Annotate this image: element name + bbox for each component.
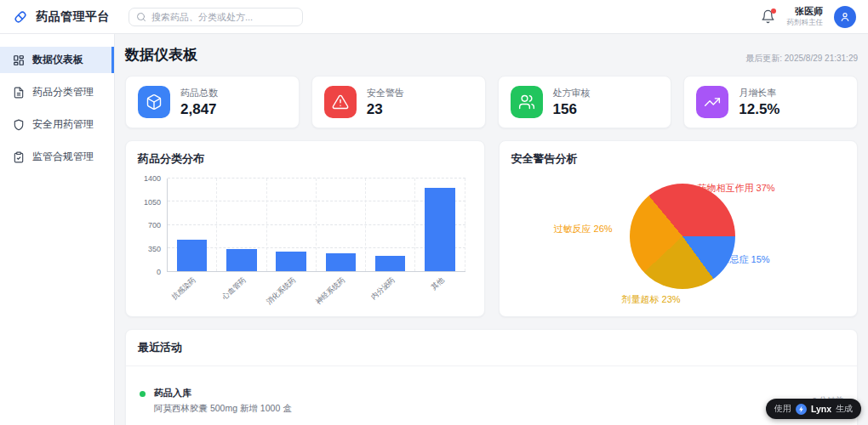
alert-triangle-icon xyxy=(324,86,357,118)
bar xyxy=(226,249,256,271)
badge-prefix: 使用 xyxy=(774,403,791,415)
bar-y-axis: 035070010501400 xyxy=(138,178,167,272)
clipboard-check-icon xyxy=(13,151,25,163)
chart-title: 药品分类分布 xyxy=(138,151,472,167)
stats-row: 药品总数 2,847 安全警告 23 xyxy=(125,76,858,128)
activity-item-desc: 阿莫西林胶囊 500mg 新增 1000 盒 xyxy=(154,403,292,415)
package-icon xyxy=(138,86,170,118)
search-icon xyxy=(136,12,146,22)
user-name: 张医师 xyxy=(787,6,824,18)
y-tick-label: 700 xyxy=(148,221,161,230)
activity-card: 最近活动 药品入库 阿莫西林胶囊 500mg 新增 1000 盒 2 分钟前 安… xyxy=(125,329,858,425)
notification-bell-button[interactable] xyxy=(761,9,776,25)
stat-value: 2,847 xyxy=(180,101,218,118)
bar xyxy=(326,253,356,271)
pie-slice-label: 药物相互作用 37% xyxy=(698,182,775,195)
stat-card-total-drugs: 药品总数 2,847 xyxy=(125,76,300,128)
bar-column xyxy=(366,178,415,271)
activity-dot xyxy=(140,391,146,397)
bar-chart: 035070010501400 xyxy=(138,178,472,272)
y-tick-label: 0 xyxy=(157,268,161,276)
sidebar-item-medication-safety[interactable]: 安全用药管理 xyxy=(0,111,114,138)
badge-suffix: 生成 xyxy=(836,403,853,415)
bar-column xyxy=(267,178,317,271)
sidebar-item-label: 安全用药管理 xyxy=(32,117,94,132)
y-tick-label: 1400 xyxy=(144,174,161,183)
pie-slice-label: 剂量超标 23% xyxy=(622,293,681,306)
stat-value: 156 xyxy=(553,101,591,118)
pie-slice-label: 禁忌症 15% xyxy=(721,253,770,266)
x-axis-label: 内分泌药 xyxy=(369,275,397,303)
sidebar-item-label: 药品分类管理 xyxy=(32,85,94,99)
search-box xyxy=(128,8,303,26)
x-axis-label: 心血管药 xyxy=(220,275,248,303)
search-input[interactable] xyxy=(151,12,295,22)
bar-x-labels: 抗感染药心血管药消化系统药神经系统药内分泌药其他 xyxy=(167,272,472,309)
main-content: 数据仪表板 最后更新: 2025/8/29 21:31:29 药品总数 2,84… xyxy=(115,34,868,425)
chart-card-drug-categories: 药品分类分布 035070010501400 抗感染药心血管药消化系统药神经系统… xyxy=(125,140,485,317)
capsule-logo-icon xyxy=(12,8,29,26)
stat-label: 安全警告 xyxy=(367,87,404,99)
app-header: 药品管理平台 张医师 药剂科主任 xyxy=(0,0,868,34)
y-tick-label: 1050 xyxy=(144,198,161,207)
x-axis-label: 其他 xyxy=(430,275,448,292)
stat-value: 12.5% xyxy=(739,101,779,118)
avatar-person-icon xyxy=(839,11,851,23)
chart-title: 安全警告分析 xyxy=(511,151,846,167)
bar-plot-area xyxy=(167,178,465,272)
stat-label: 月增长率 xyxy=(739,87,779,99)
user-info: 张医师 药剂科主任 xyxy=(787,6,824,26)
app-brand: 药品管理平台 xyxy=(12,8,110,26)
activity-item-title: 药品入库 xyxy=(154,387,292,400)
trend-up-icon xyxy=(696,86,728,118)
x-axis-label: 抗感染药 xyxy=(170,275,198,303)
y-tick-label: 350 xyxy=(148,245,161,253)
sidebar-item-label: 监管合规管理 xyxy=(32,150,94,164)
pie-slice-label: 过敏反应 26% xyxy=(554,223,613,235)
last-updated: 最后更新: 2025/8/29 21:31:29 xyxy=(745,53,858,65)
pie-chart xyxy=(630,184,735,289)
bar-column xyxy=(317,178,366,271)
badge-brand: Lynx xyxy=(811,404,831,414)
bar xyxy=(375,256,405,271)
bar-column xyxy=(415,178,465,271)
sidebar-item-drug-categories[interactable]: 药品分类管理 xyxy=(0,79,114,105)
x-axis-label: 神经系统药 xyxy=(314,275,348,307)
avatar[interactable] xyxy=(834,6,856,28)
bar xyxy=(425,188,454,271)
activity-title: 最近活动 xyxy=(126,330,857,366)
bar-column xyxy=(168,178,217,271)
users-icon xyxy=(511,86,543,118)
lynx-badge[interactable]: 使用 Lynx 生成 xyxy=(766,399,861,419)
chart-card-safety-analysis: 安全警告分析 禁忌症 15%剂量超标 23%过敏反应 26%药物相互作用 37% xyxy=(499,140,859,317)
dashboard-icon xyxy=(13,54,25,66)
document-icon xyxy=(13,87,25,99)
bar xyxy=(276,252,306,271)
shield-icon xyxy=(13,119,25,131)
sidebar-item-compliance[interactable]: 监管合规管理 xyxy=(0,144,114,170)
stat-card-prescription-reviews: 处方审核 156 xyxy=(498,76,672,128)
stat-value: 23 xyxy=(367,101,404,118)
pie-chart-area: 禁忌症 15%剂量超标 23%过敏反应 26%药物相互作用 37% xyxy=(511,168,846,304)
notification-dot xyxy=(771,8,776,14)
app-title: 药品管理平台 xyxy=(36,9,110,25)
sidebar-item-label: 数据仪表板 xyxy=(32,53,83,67)
stat-label: 药品总数 xyxy=(180,87,218,99)
x-axis-label: 消化系统药 xyxy=(264,275,298,307)
activity-item-stock-in: 药品入库 阿莫西林胶囊 500mg 新增 1000 盒 2 分钟前 xyxy=(140,377,843,425)
bar xyxy=(177,240,207,271)
bar-column xyxy=(217,178,266,271)
sidebar: 数据仪表板 药品分类管理 安全用药管理 xyxy=(0,34,115,425)
stat-card-monthly-growth: 月增长率 12.5% xyxy=(683,76,858,128)
lynx-icon xyxy=(796,404,807,415)
user-role: 药剂科主任 xyxy=(787,18,824,27)
stat-card-safety-alerts: 安全警告 23 xyxy=(311,76,486,128)
page-title: 数据仪表板 xyxy=(125,45,197,65)
sidebar-item-dashboard[interactable]: 数据仪表板 xyxy=(0,47,114,73)
stat-label: 处方审核 xyxy=(553,87,591,99)
